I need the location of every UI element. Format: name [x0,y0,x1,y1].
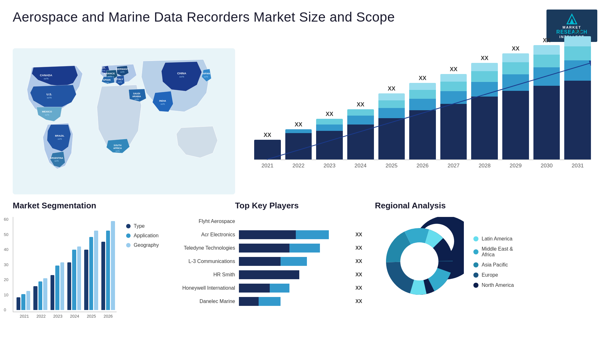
legend-type: Type [126,223,159,229]
dot-north-america [473,283,478,288]
svg-text:SPAIN: SPAIN [103,78,111,81]
seg-group-2026 [101,221,115,310]
svg-text:xx%: xx% [134,98,139,100]
key-players-section: Top Key Players Flyht Aerospace Acr Elec… [172,201,362,364]
svg-text:xx%: xx% [44,77,48,80]
seg-legend: Type Application Geography [126,217,159,248]
legend-europe: Europe [473,272,514,278]
svg-text:FRANCE: FRANCE [104,72,115,75]
player-row-flyht: Flyht Aerospace [172,217,362,226]
seg-group-2024 [67,246,81,310]
svg-text:INDIA: INDIA [159,99,166,102]
player-row-acr: Acr Electronics XX [172,230,362,239]
svg-text:xx%: xx% [115,150,119,152]
header: Aerospace and Marine Data Recorders Mark… [0,0,610,48]
legend-mea: Middle East &Africa [473,246,514,258]
seg-group-2025 [84,231,98,310]
svg-text:xx%: xx% [160,103,165,105]
svg-text:GERMANY: GERMANY [116,68,129,71]
page-title: Aerospace and Marine Data Recorders Mark… [13,10,395,25]
segmentation-chart-area: 0 10 20 30 40 50 60 [13,217,159,319]
bar-2023: XX [316,111,343,159]
seg-group-2021 [17,291,30,310]
svg-text:ITALY: ITALY [116,78,123,81]
svg-text:ARGENTINA: ARGENTINA [50,157,63,159]
svg-text:xx%: xx% [204,76,208,78]
logo-icon [564,13,580,25]
svg-text:xx%: xx% [54,160,58,162]
x-axis-labels: 2021 2022 2023 2024 2025 2026 2027 2028 … [254,160,591,169]
world-map: CANADA xx% U.S. xx% MEXICO xx% BRAZIL xx… [13,48,235,194]
player-row-hrsmith: HR Smith XX [172,270,362,279]
svg-text:U.S.: U.S. [46,93,52,96]
dot-mea [473,249,478,254]
key-players-title: Top Key Players [172,201,362,211]
svg-text:MEXICO: MEXICO [42,110,52,113]
bar-2026: XX [409,75,436,159]
legend-asia-pacific: Asia Pacific [473,262,514,268]
svg-text:xx%: xx% [118,81,122,83]
legend-application: Application [126,233,159,239]
legend-dot-application [126,233,131,238]
svg-text:xx%: xx% [101,70,105,72]
seg-y-axis: 0 10 20 30 40 50 60 [4,217,8,312]
player-row-honeywell: Honeywell International XX [172,284,362,293]
svg-text:xx%: xx% [120,71,124,73]
donut-area: Latin America Middle East &Africa Asia P… [375,217,597,307]
bar-2030: XX [533,37,560,159]
segmentation-title: Market Segmentation [13,201,159,211]
regional-title: Regional Analysis [375,201,597,211]
regional-legend: Latin America Middle East &Africa Asia P… [473,236,514,288]
svg-text:xx%: xx% [105,82,109,84]
seg-bar-chart [13,217,117,312]
player-row-teledyne: Teledyne Technologies XX [172,244,362,253]
svg-text:AFRICA: AFRICA [113,147,122,149]
bar-2025: XX [378,85,405,159]
bar-chart-container: XX XX XX [248,48,597,194]
map-svg: CANADA xx% U.S. xx% MEXICO xx% BRAZIL xx… [13,48,235,194]
svg-text:ARABIA: ARABIA [132,95,141,98]
svg-text:SAUDI: SAUDI [133,92,140,95]
svg-marker-1 [570,18,574,24]
svg-text:JAPAN: JAPAN [202,72,210,75]
svg-text:BRAZIL: BRAZIL [55,134,64,137]
player-row-l3: L-3 Communications XX [172,257,362,266]
legend-geography: Geography [126,242,159,248]
players-list: Flyht Aerospace Acr Electronics XX Teled… [172,217,362,306]
bar-2021: XX [254,132,281,159]
donut-hole [400,242,438,280]
bottom-section: Market Segmentation 0 10 20 30 40 50 60 [0,194,610,364]
segmentation-section: Market Segmentation 0 10 20 30 40 50 60 [13,201,159,364]
bar-2024: XX [347,101,374,159]
legend-dot-geography [126,243,131,247]
dot-europe [473,273,478,278]
svg-text:xx%: xx% [47,96,51,99]
seg-group-2022 [33,278,47,310]
bar-2028: XX [471,55,498,159]
player-row-danelec: Danelec Marine XX [172,297,362,306]
seg-group-2023 [51,262,64,310]
svg-text:xx%: xx% [45,114,49,116]
legend-north-america: North America [473,282,514,288]
bar-2027: XX [440,66,467,159]
donut-svg-2 [375,217,464,306]
svg-text:xx%: xx% [179,75,184,78]
svg-text:U.K.: U.K. [101,66,106,69]
legend-latin-america: Latin America [473,236,514,242]
bar-2031: XX [564,28,591,159]
svg-text:CHINA: CHINA [177,72,186,75]
bar-2022: XX [285,121,312,159]
svg-text:xx%: xx% [58,138,62,140]
seg-x-axis: 2021 2022 2023 2024 2025 2026 [13,312,117,319]
regional-section: Regional Analysis [375,201,597,364]
donut-chart [375,217,464,307]
legend-dot-type [126,224,131,228]
top-section: CANADA xx% U.S. xx% MEXICO xx% BRAZIL xx… [0,48,610,194]
svg-text:CANADA: CANADA [40,74,52,77]
dot-asia-pacific [473,262,478,267]
dot-latin-america [473,236,478,241]
svg-text:xx%: xx% [107,75,112,78]
bar-2029: XX [502,45,529,159]
svg-text:SOUTH: SOUTH [114,144,122,146]
